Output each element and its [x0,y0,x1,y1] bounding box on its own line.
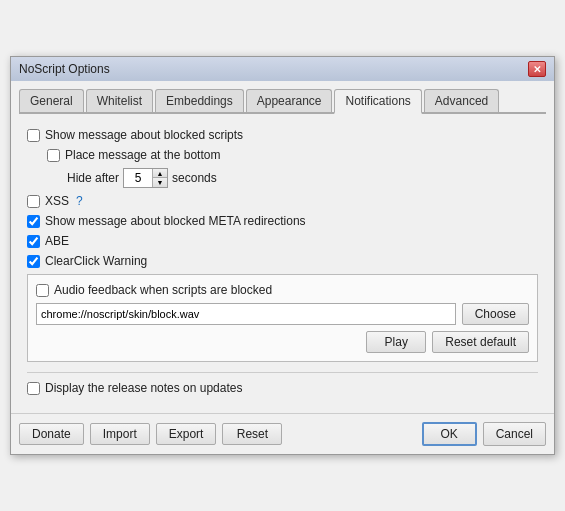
import-button[interactable]: Import [90,423,150,445]
show-blocked-meta-label: Show message about blocked META redirect… [45,214,306,228]
hide-after-spinner[interactable]: ▲ ▼ [123,168,168,188]
clearclick-checkbox[interactable] [27,255,40,268]
release-notes-row: Display the release notes on updates [27,381,538,395]
content-area: General Whitelist Embeddings Appearance … [11,81,554,413]
play-reset-row: Play Reset default [36,331,529,353]
tab-appearance[interactable]: Appearance [246,89,333,112]
tab-bar: General Whitelist Embeddings Appearance … [19,89,546,114]
show-blocked-meta-row: Show message about blocked META redirect… [27,214,538,228]
release-notes-label: Display the release notes on updates [45,381,242,395]
spinner-down-button[interactable]: ▼ [153,178,167,187]
ok-button[interactable]: OK [422,422,477,446]
xss-label: XSS [45,194,69,208]
reset-default-button[interactable]: Reset default [432,331,529,353]
donate-button[interactable]: Donate [19,423,84,445]
audio-feedback-label: Audio feedback when scripts are blocked [54,283,272,297]
place-at-bottom-checkbox[interactable] [47,149,60,162]
audio-path-input[interactable] [36,303,456,325]
place-at-bottom-row: Place message at the bottom [47,148,538,162]
tab-whitelist[interactable]: Whitelist [86,89,153,112]
close-button[interactable]: ✕ [528,61,546,77]
audio-feedback-checkbox[interactable] [36,284,49,297]
audio-feedback-row: Audio feedback when scripts are blocked [36,283,529,297]
spinner-arrows: ▲ ▼ [152,169,167,187]
audio-section: Audio feedback when scripts are blocked … [27,274,538,362]
xss-row: XSS ? [27,194,538,208]
tab-general[interactable]: General [19,89,84,112]
tab-advanced[interactable]: Advanced [424,89,499,112]
show-blocked-scripts-label: Show message about blocked scripts [45,128,243,142]
window-title: NoScript Options [19,62,110,76]
abe-checkbox[interactable] [27,235,40,248]
main-window: NoScript Options ✕ General Whitelist Emb… [10,56,555,455]
footer-left: Donate Import Export Reset [19,423,282,445]
cancel-button[interactable]: Cancel [483,422,546,446]
place-at-bottom-label: Place message at the bottom [65,148,220,162]
play-button[interactable]: Play [366,331,426,353]
audio-path-row: Choose [36,303,529,325]
reset-button[interactable]: Reset [222,423,282,445]
abe-label: ABE [45,234,69,248]
hide-after-row: Hide after ▲ ▼ seconds [67,168,538,188]
clearclick-label: ClearClick Warning [45,254,147,268]
export-button[interactable]: Export [156,423,217,445]
tab-notifications[interactable]: Notifications [334,89,421,114]
hide-after-input[interactable] [124,169,152,187]
xss-help-icon[interactable]: ? [76,194,83,208]
abe-row: ABE [27,234,538,248]
hide-after-label: Hide after [67,171,119,185]
footer: Donate Import Export Reset OK Cancel [11,413,554,454]
spinner-up-button[interactable]: ▲ [153,169,167,178]
notifications-panel: Show message about blocked scripts Place… [19,124,546,405]
title-bar: NoScript Options ✕ [11,57,554,81]
show-blocked-scripts-row: Show message about blocked scripts [27,128,538,142]
footer-right: OK Cancel [422,422,546,446]
show-blocked-scripts-checkbox[interactable] [27,129,40,142]
show-blocked-meta-checkbox[interactable] [27,215,40,228]
clearclick-row: ClearClick Warning [27,254,538,268]
divider [27,372,538,373]
release-notes-checkbox[interactable] [27,382,40,395]
xss-checkbox[interactable] [27,195,40,208]
seconds-label: seconds [172,171,217,185]
tab-embeddings[interactable]: Embeddings [155,89,244,112]
choose-button[interactable]: Choose [462,303,529,325]
